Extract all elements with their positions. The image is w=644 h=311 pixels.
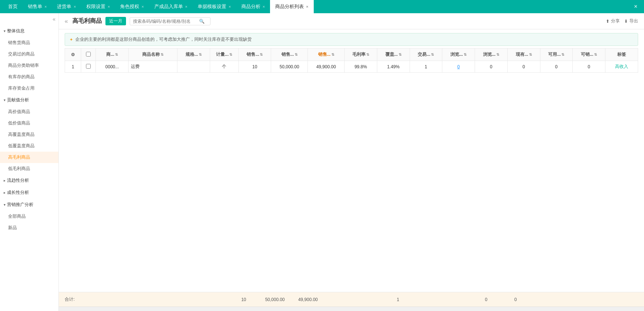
th-browse1[interactable]: 浏览...⇅ [442,48,475,61]
footer-current: 0 [471,297,501,302]
th-trade[interactable]: 交易...⇅ [410,48,442,61]
sidebar-item-low-coverage[interactable]: 低覆盖度商品 [0,140,58,152]
sidebar-item-all-goods[interactable]: 全部商品 [0,211,58,222]
sidebar-item-category-assist[interactable]: 商品分类助销率 [0,60,58,71]
sort-icon-15[interactable]: ⇅ [594,53,597,57]
table-container[interactable]: ⚙ 商...⇅ 商品名称⇅ 规格...⇅ [59,48,644,292]
export-button[interactable]: ⬇ 导出 [624,18,638,24]
nav-permission[interactable]: 权限设置 × [81,0,115,13]
nav-product-inbound[interactable]: 产成品入库单 × [149,0,193,13]
th-coverage[interactable]: 覆盖...⇅ [377,48,410,61]
close-goods-analysis-list-tab[interactable]: × [306,4,308,9]
sidebar-item-traded-goods[interactable]: 交易过的商品 [0,48,58,60]
sort-icon-10[interactable]: ⇅ [431,53,434,57]
th-sales3[interactable]: 销售...⇅ [308,48,345,61]
th-sales1[interactable]: 销售...⇅ [238,48,271,61]
footer-sales3: 49,900.00 [291,297,324,302]
arrow-right-icon-2: ▸ [4,191,6,195]
nav-purchase[interactable]: 进货单 × [52,0,81,13]
cell-sellable: 0 [573,61,605,73]
sort-icon-9[interactable]: ⇅ [399,53,402,57]
sort-icon-14[interactable]: ⇅ [561,53,564,57]
close-product-inbound-tab[interactable]: × [185,4,187,9]
cell-browse1[interactable]: 0 [442,61,475,73]
sidebar-collapse-btn[interactable]: « [53,16,55,22]
sidebar-group-marketing[interactable]: ▾ 营销推广分析 [0,199,58,211]
sort-icon[interactable]: ⇅ [115,53,118,57]
share-button[interactable]: ⬆ 分享 [606,18,620,24]
cell-check[interactable] [81,61,96,73]
sidebar-item-stock-capital[interactable]: 库存资金占用 [0,83,58,94]
th-current[interactable]: 现有...⇅ [507,48,540,61]
select-all-checkbox[interactable] [86,52,91,57]
sort-icon-12[interactable]: ⇅ [496,53,499,57]
sort-icon-6[interactable]: ⇅ [295,53,298,57]
cell-trade: 1 [410,61,442,73]
sort-icon-4[interactable]: ⇅ [229,53,232,57]
close-purchase-tab[interactable]: × [73,4,76,9]
search-input[interactable] [133,19,199,24]
cell-spec [177,61,210,73]
sort-icon-5[interactable]: ⇅ [260,53,263,57]
sidebar-item-high-coverage[interactable]: 高覆盖度商品 [0,129,58,140]
sidebar-item-high-gross[interactable]: 高毛利商品 [0,152,58,163]
sidebar-group-contribution[interactable]: ▾ 贡献值分析 [0,94,58,106]
close-goods-analysis-tab[interactable]: × [263,4,265,9]
sort-icon-8[interactable]: ⇅ [366,53,369,57]
close-permission-tab[interactable]: × [108,4,110,9]
top-nav: 首页 销售单 × 进货单 × 权限设置 × 角色授权 × 产成品入库单 × 单据… [0,0,644,13]
nav-template[interactable]: 单据模板设置 × [193,0,236,13]
sidebar-item-in-stock[interactable]: 有库存的商品 [0,71,58,83]
footer-sales2: 50,000.00 [258,297,291,302]
th-name[interactable]: 商品名称⇅ [129,48,177,61]
th-spec[interactable]: 规格...⇅ [177,48,210,61]
nav-home[interactable]: 首页 [3,0,23,13]
th-checkbox[interactable] [81,48,96,61]
th-code[interactable]: 商...⇅ [96,48,129,61]
th-browse2[interactable]: 浏览...⇅ [475,48,508,61]
sidebar-item-high-value[interactable]: 高价值商品 [0,106,58,117]
th-sellable[interactable]: 可销...⇅ [573,48,605,61]
nav-role[interactable]: 角色授权 × [115,0,149,13]
th-gross-rate[interactable]: 毛利率⇅ [345,48,377,61]
content-header: « 高毛利商品 近一月 🔍 ⬆ 分享 ⬇ 导出 [59,13,644,29]
settings-icon[interactable]: ⚙ [71,52,75,57]
cell-name: 运费 [129,61,177,73]
data-table: ⚙ 商...⇅ 商品名称⇅ 规格...⇅ [65,48,638,73]
info-icon: ✦ [69,37,73,42]
th-sales2[interactable]: 销售...⇅ [271,48,308,61]
bottom-scrollbar[interactable] [59,307,644,311]
cell-sales1: 10 [238,61,271,73]
period-button[interactable]: 近一月 [105,17,126,25]
sidebar-group-overall[interactable]: ▾ 整体信息 [0,25,58,37]
sort-icon-13[interactable]: ⇅ [529,53,532,57]
close-template-tab[interactable]: × [229,4,231,9]
sidebar-item-low-gross[interactable]: 低毛利商品 [0,163,58,174]
sidebar-group-growth[interactable]: ▸ 成长性分析 [0,187,58,199]
th-settings[interactable]: ⚙ [65,48,81,61]
search-icon[interactable]: 🔍 [199,19,205,24]
nav-sales[interactable]: 销售单 × [23,0,52,13]
arrow-down-icon: ▾ [4,29,6,33]
sort-icon-11[interactable]: ⇅ [464,53,467,57]
sidebar-item-low-value[interactable]: 低价值商品 [0,117,58,129]
cell-gross-rate: 99.8% [345,61,377,73]
close-role-tab[interactable]: × [141,4,144,9]
main-layout: « ▾ 整体信息 销售货商品 交易过的商品 商品分类助销率 有库存的商品 库存资… [0,13,644,311]
th-unit[interactable]: 计量...⇅ [210,48,238,61]
content-collapse-btn[interactable]: « [65,18,68,25]
sidebar-item-sales-goods[interactable]: 销售货商品 [0,37,58,48]
sidebar-item-new-goods[interactable]: 新品 [0,222,58,234]
sidebar-group-flow[interactable]: ▸ 流趋性分析 [0,174,58,187]
window-close-button[interactable]: × [630,3,641,10]
nav-goods-analysis-list[interactable]: 商品分析列表 × [270,0,313,13]
row-checkbox[interactable] [86,64,91,69]
th-available[interactable]: 可用...⇅ [540,48,573,61]
sort-icon-3[interactable]: ⇅ [199,53,202,57]
footer-cells: 10 50,000.00 49,900.00 1 0 0 [82,297,638,302]
sort-icon-7[interactable]: ⇅ [331,53,334,57]
sort-icon-2[interactable]: ⇅ [161,53,163,57]
nav-goods-analysis[interactable]: 商品分析 × [236,0,270,13]
close-sales-tab[interactable]: × [44,4,47,9]
cell-coverage: 1.49% [377,61,410,73]
